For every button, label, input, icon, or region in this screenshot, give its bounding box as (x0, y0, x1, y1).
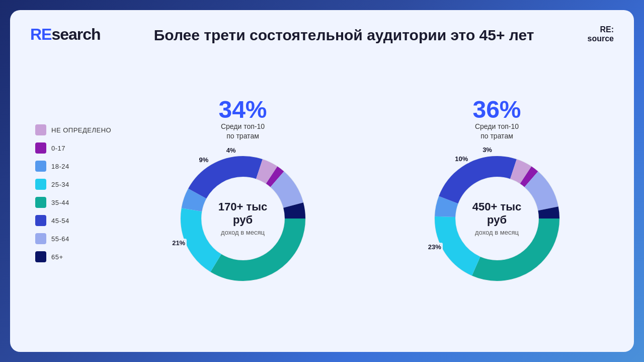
chart2-sublabel: доход в месяц (462, 229, 532, 237)
legend-label-0-17: 0-17 (51, 144, 65, 152)
legend-color-35-44 (35, 197, 46, 208)
chart2-stat: 36% Среди топ-10 по тратам (472, 98, 521, 140)
segment-label-55-64-chart2-svg: 10% (453, 155, 469, 163)
chart2-value: 450+ тыс руб (462, 200, 532, 227)
legend-label-45-54: 45-54 (51, 217, 69, 225)
charts-area: 34% Среди топ-10 по тратам 170+ тыс руб … (126, 98, 614, 288)
segment-label-45-54-chart2-svg: 23% (427, 243, 443, 251)
segment-label-65+-chart1-svg: 4% (225, 146, 237, 155)
legend-color-undefined (35, 124, 46, 135)
chart-block-2: 36% Среди топ-10 по тратам 450+ тыс руб … (427, 98, 568, 288)
legend-item-18-24: 18-24 (35, 161, 116, 172)
chart2-percent: 36% (472, 98, 521, 122)
chart2-label: Среди топ-10 по тратам (472, 122, 521, 140)
legend-item-25-34: 25-34 (35, 179, 116, 190)
chart1-wrapper: 170+ тыс руб доход в месяц 21%9%4% (173, 148, 313, 289)
chart1-sublabel: доход в месяц (208, 229, 278, 237)
legend-label-18-24: 18-24 (51, 163, 69, 170)
legend-item-0-17: 0-17 (35, 142, 116, 154)
legend-label-35-44: 35-44 (51, 199, 69, 206)
legend-color-25-34 (35, 179, 46, 190)
legend-color-0-17 (35, 142, 46, 154)
page-title: Более трети состоятельной аудитории это … (111, 25, 578, 45)
header: REsearch Более трети состоятельной аудит… (30, 25, 614, 45)
legend-item-55-64: 55-64 (35, 233, 116, 244)
chart1-label: Среди топ-10 по тратам (218, 122, 267, 140)
main-card: REsearch Более трети состоятельной аудит… (10, 10, 634, 352)
legend-color-18-24 (35, 161, 46, 172)
chart-block-1: 34% Среди топ-10 по тратам 170+ тыс руб … (173, 98, 313, 288)
logo-research: REsearch (30, 25, 101, 44)
legend-label-55-64: 55-64 (51, 235, 69, 243)
legend-item-45-54: 45-54 (35, 215, 116, 226)
legend-color-45-54 (35, 215, 46, 226)
legend-item-undefined: НЕ ОПРЕДЕЛЕНО (35, 124, 116, 135)
content-area: НЕ ОПРЕДЕЛЕНО 0-17 18-24 25-34 35-44 45-… (30, 50, 614, 337)
legend-label-65+: 65+ (51, 253, 63, 261)
legend-color-55-64 (35, 233, 46, 244)
legend-item-35-44: 35-44 (35, 197, 116, 208)
chart1-center: 170+ тыс руб доход в месяц (208, 200, 278, 237)
chart1-stat: 34% Среди топ-10 по тратам (218, 98, 267, 140)
legend-label-undefined: НЕ ОПРЕДЕЛЕНО (51, 126, 111, 134)
segment-label-65+-chart2-svg: 3% (481, 146, 494, 154)
legend-color-65+ (35, 251, 46, 262)
logo-resource: RE: source (588, 25, 614, 43)
chart1-value: 170+ тыс руб (208, 200, 278, 227)
segment-label-55-64-chart1-svg: 9% (198, 156, 210, 164)
chart2-wrapper: 450+ тыс руб доход в месяц 23%10%3% (427, 148, 568, 289)
segment-label-45-54-chart1-svg: 21% (171, 239, 187, 247)
legend-item-65+: 65+ (35, 251, 116, 262)
title-block: Более трети состоятельной аудитории это … (111, 25, 578, 45)
legend: НЕ ОПРЕДЕЛЕНО 0-17 18-24 25-34 35-44 45-… (30, 124, 116, 262)
chart2-center: 450+ тыс руб доход в месяц (462, 200, 532, 237)
legend-label-25-34: 25-34 (51, 181, 69, 188)
chart1-percent: 34% (218, 98, 267, 122)
